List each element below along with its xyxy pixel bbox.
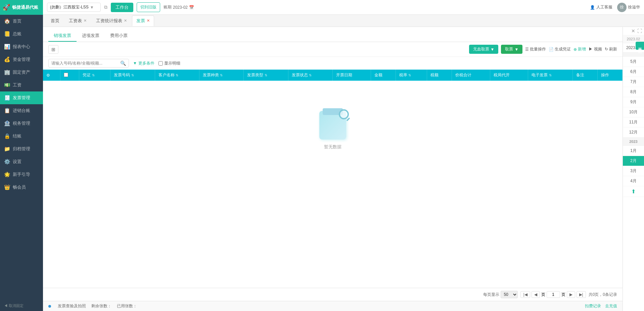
th-remark[interactable]: 备注	[572, 70, 597, 81]
period-info: 账期 2023-02 📅	[164, 4, 194, 10]
show-detail-checkbox-wrap[interactable]: 显示明细	[158, 61, 180, 66]
th-tax-amount[interactable]: 税额	[427, 70, 452, 81]
user-item[interactable]: 徐 徐溢华	[617, 3, 640, 12]
copy-icon[interactable]: ⧉	[104, 4, 107, 10]
search-icon[interactable]: 🔍	[120, 61, 126, 66]
th-action[interactable]: 操作	[597, 70, 622, 81]
th-checkbox[interactable]	[60, 70, 79, 81]
sidebar-item-member[interactable]: 👑 畅会员	[0, 181, 43, 194]
company-selector[interactable]: (勿删）江西股宝-LSS ▼	[47, 3, 101, 12]
page-nav: |◀ ◀ 页 1 页 ▶ ▶|	[520, 291, 586, 298]
sidebar-item-invoice[interactable]: 🧾 发票管理	[0, 91, 43, 104]
th-electronic[interactable]: 电子发票 ⇅	[528, 70, 572, 81]
calendar-icon: 📅	[189, 5, 194, 10]
date-item-7[interactable]: 7月	[623, 77, 644, 87]
refresh-button[interactable]: ↻ 刷新	[605, 46, 617, 52]
tab-payroll-close-icon[interactable]: ✕	[84, 18, 87, 23]
more-filter-button[interactable]: ▼ 更多条件	[133, 61, 154, 66]
tab-invoice-close-icon[interactable]: ✕	[147, 18, 150, 23]
th-voucher[interactable]: 凭证 ⇅	[79, 70, 110, 81]
sidebar-item-purchase[interactable]: 📋 进销台账	[0, 104, 43, 117]
video-button[interactable]: ▶ 视频	[589, 46, 602, 52]
date-item-8[interactable]: 8月	[623, 87, 644, 97]
th-settings[interactable]: ⚙	[43, 70, 60, 81]
subtab-sales[interactable]: 销项发票	[48, 30, 77, 42]
sidebar-item-fixed[interactable]: 🏢 固定资产	[0, 66, 43, 79]
new-button[interactable]: ⊕ 新增	[573, 46, 586, 52]
recharge-link[interactable]: 去充值	[605, 303, 617, 309]
th-invoice-status[interactable]: 发票状态 ⇅	[288, 70, 332, 81]
archive-icon: 📁	[4, 146, 10, 152]
next-page-button[interactable]: ▶	[567, 291, 575, 298]
date-item-11[interactable]: 11月	[623, 117, 644, 127]
tab-payroll-stat[interactable]: 工资统计报表 ✕	[92, 15, 131, 26]
date-item-3[interactable]: 3月	[623, 166, 644, 176]
subtab-expense[interactable]: 费用小票	[105, 30, 133, 42]
th-open-date[interactable]: 开票日期	[333, 70, 371, 81]
sidebar-item-newbie[interactable]: 🌟 新手引导	[0, 168, 43, 181]
date-item-1[interactable]: 1月	[623, 146, 644, 156]
date-item-9[interactable]: 9月	[623, 97, 644, 107]
th-invoice-category[interactable]: 发票类型 ⇅	[244, 70, 288, 81]
date-item-4[interactable]: 4月	[623, 176, 644, 186]
sidebar-item-payroll[interactable]: 💵 工资	[0, 79, 43, 91]
grid-settings-button[interactable]: ⊞	[48, 45, 58, 54]
sidebar-pin-toggle[interactable]: ◀ 取消固定	[0, 301, 43, 311]
show-detail-checkbox[interactable]	[158, 61, 163, 66]
th-invoice-type[interactable]: 发票种类 ⇅	[199, 70, 243, 81]
first-page-button[interactable]: |◀	[520, 291, 530, 298]
sort-icon: ⇅	[176, 73, 178, 77]
search-input[interactable]	[51, 61, 119, 66]
deduct-record-link[interactable]: 扣费记录	[585, 303, 601, 309]
sidebar-item-label: 首页	[13, 18, 21, 24]
subtab-purchase[interactable]: 进项发票	[77, 30, 105, 42]
sidebar-item-tax[interactable]: 🏦 税务管理	[0, 117, 43, 130]
th-invoice-no[interactable]: 发票号码 ⇅	[110, 70, 155, 81]
tab-home[interactable]: 首页	[46, 15, 64, 26]
expand-panel-button[interactable]: ⛶	[637, 28, 642, 34]
sort-icon: ⇅	[309, 73, 312, 77]
sidebar-item-close[interactable]: 🔒 结账	[0, 130, 43, 143]
payroll-icon: 💵	[4, 82, 10, 88]
sidebar-item-settings[interactable]: ⚙️ 设置	[0, 155, 43, 168]
workspace-button[interactable]: 工作台	[111, 3, 133, 12]
th-customer[interactable]: 客户名称 ⇅	[155, 70, 199, 81]
date-item-scroll-up[interactable]: ⬆	[623, 186, 644, 197]
th-tax-rate[interactable]: 税率 ⇅	[396, 70, 427, 81]
prev-page-button[interactable]: ◀	[532, 291, 540, 298]
tab-invoice[interactable]: 发票 ✕	[132, 15, 154, 26]
page-size-wrap: 每页显示 10 20 50 100	[483, 291, 518, 298]
date-item-5[interactable]: 5月	[623, 57, 644, 67]
sidebar-item-ledger[interactable]: 📒 总账	[0, 28, 43, 40]
open-period-button[interactable]: 开票日期	[636, 42, 644, 50]
sidebar-item-label: 总账	[13, 31, 21, 37]
ticket-button[interactable]: 取票 ▼	[501, 45, 522, 54]
support-item[interactable]: 👤 人工客服	[590, 4, 612, 10]
generate-voucher-button[interactable]: 📄 生成凭证	[549, 46, 571, 52]
sidebar-item-archive[interactable]: 📁 归档管理	[0, 143, 43, 155]
bottombar-links: 扣费记录 去充值	[585, 303, 617, 309]
sidebar-item-reports[interactable]: 📊 报表中心	[0, 40, 43, 53]
support-label: 人工客服	[596, 4, 612, 10]
date-item-2-active[interactable]: 2月	[623, 156, 644, 166]
no-ticket-button[interactable]: 无血取票 ▼	[469, 45, 499, 54]
tab-payroll[interactable]: 工资表 ✕	[64, 15, 91, 26]
date-item-10[interactable]: 10月	[623, 107, 644, 117]
switch-old-button[interactable]: 切到旧版	[137, 2, 160, 12]
page-total: 共0页，0条记录	[589, 292, 617, 298]
sidebar-item-capital[interactable]: 💰 资金管理	[0, 53, 43, 66]
th-amount[interactable]: 金额	[371, 70, 396, 81]
th-tax-bureau[interactable]: 税局代开	[490, 70, 528, 81]
select-all-checkbox[interactable]	[64, 73, 68, 77]
page-input[interactable]: 1	[547, 291, 560, 298]
sidebar-item-label: 发票管理	[13, 95, 30, 101]
date-item-6[interactable]: 6月	[623, 67, 644, 77]
batch-button[interactable]: ☰ 批量操作	[525, 46, 546, 52]
tab-payroll-stat-close-icon[interactable]: ✕	[124, 18, 127, 23]
date-item-12[interactable]: 12月	[623, 127, 644, 138]
close-panel-button[interactable]: ✕	[631, 28, 635, 34]
page-size-select[interactable]: 10 20 50 100	[501, 291, 518, 298]
last-page-button[interactable]: ▶|	[577, 291, 586, 298]
sidebar-item-home[interactable]: 🏠 首页	[0, 15, 43, 28]
th-total-tax[interactable]: 价税合计	[452, 70, 490, 81]
